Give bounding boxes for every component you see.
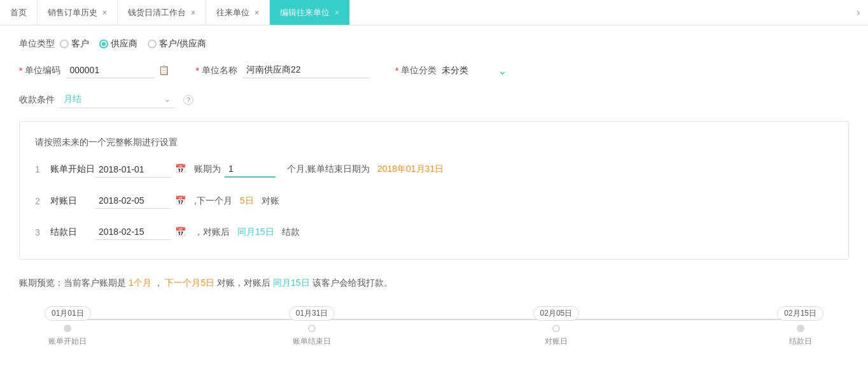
unit-class-select[interactable]: 未分类 ⌄ bbox=[442, 64, 507, 78]
unit-code-star: * bbox=[19, 66, 22, 76]
preview-text: 账期预览：当前客户账期是 1个月 ， 下一个月5日 对账，对账后 同月15日 该… bbox=[19, 275, 849, 291]
timeline-node-3: 02月15日结款日 bbox=[777, 306, 823, 347]
period-card: 请按照未来的一个完整帐期进行设置 1 账单开始日 📅 账期为 个月,账单结束日期… bbox=[19, 121, 849, 260]
tab-close-partner[interactable]: × bbox=[255, 8, 259, 17]
radio-circle-supplier bbox=[99, 39, 108, 48]
unit-name-item: * 单位名称 bbox=[195, 62, 369, 78]
radio-both[interactable]: 客户/供应商 bbox=[148, 38, 206, 50]
unit-class-star: * bbox=[395, 66, 398, 76]
node-circle-0 bbox=[64, 325, 71, 332]
node-sub-label-1: 账单结束日 bbox=[293, 336, 331, 347]
node-badge-3: 02月15日 bbox=[777, 306, 823, 321]
period-suffix-3a: ，对账后 bbox=[194, 227, 230, 238]
period-end-date: 2018年01月31日 bbox=[377, 164, 444, 175]
unit-class-label: 单位分类 bbox=[401, 65, 437, 76]
node-circle-2 bbox=[552, 325, 560, 332]
preview-sep2: 对账，对账后 bbox=[217, 278, 270, 288]
period-card-title: 请按照未来的一个完整帐期进行设置 bbox=[35, 137, 833, 148]
unit-type-row: 单位类型 客户供应商客户/供应商 bbox=[19, 38, 849, 50]
unit-code-label: 单位编码 bbox=[25, 65, 60, 76]
unit-type-radio-group: 客户供应商客户/供应商 bbox=[60, 38, 206, 50]
preview-label: 账期预览：当前客户账期是 bbox=[19, 278, 126, 288]
tab-bar: 首页销售订单历史×钱货日清工作台×往来单位×编辑往来单位× › bbox=[0, 0, 868, 25]
tab-home[interactable]: 首页 bbox=[0, 0, 38, 25]
unit-code-input[interactable] bbox=[66, 62, 155, 78]
help-icon[interactable]: ? bbox=[183, 95, 193, 105]
calendar-icon-3[interactable]: 📅 bbox=[175, 227, 186, 238]
radio-label-customer: 客户 bbox=[71, 38, 89, 50]
tab-close-cash-daily[interactable]: × bbox=[191, 8, 195, 17]
radio-circle-both bbox=[148, 39, 157, 48]
period-suffix-3b: 同月15日 bbox=[237, 227, 274, 238]
payment-cond-label: 收款条件 bbox=[19, 94, 55, 106]
payment-cond-select[interactable]: 月结 ⌄ bbox=[60, 91, 174, 108]
period-suffix-3c: 结款 bbox=[282, 227, 300, 238]
timeline-node-2: 02月05日对账日 bbox=[533, 306, 580, 347]
unit-class-value: 未分类 bbox=[442, 65, 493, 76]
preview-suffix: 该客户会给我打款。 bbox=[312, 278, 393, 288]
node-badge-1: 01月31日 bbox=[289, 306, 335, 321]
radio-label-supplier: 供应商 bbox=[111, 38, 137, 50]
unit-name-label: 单位名称 bbox=[202, 65, 237, 76]
period-date-input-2[interactable] bbox=[95, 193, 171, 209]
tab-sales-history[interactable]: 销售订单历史× bbox=[38, 0, 118, 25]
unit-code-copy-icon[interactable]: 📋 bbox=[158, 65, 170, 76]
unit-name-star: * bbox=[195, 66, 199, 76]
node-circle-1 bbox=[308, 325, 316, 332]
unit-class-item: * 单位分类 未分类 ⌄ bbox=[395, 64, 507, 78]
tab-cash-daily[interactable]: 钱货日清工作台× bbox=[118, 0, 206, 25]
tab-close-sales-history[interactable]: × bbox=[102, 8, 107, 17]
preview-part1: 1个月 bbox=[129, 278, 151, 288]
timeline-nodes: 01月01日账单开始日01月31日账单结束日02月05日对账日02月15日结款日 bbox=[45, 306, 823, 347]
period-suffix-2b: 5日 bbox=[240, 195, 254, 207]
node-circle-3 bbox=[797, 325, 804, 332]
period-row-3: 3 结款日 📅 ，对账后 同月15日 结款 bbox=[35, 224, 833, 240]
preview-sep1: ， bbox=[154, 278, 163, 288]
period-suffix-2c: 对账 bbox=[262, 195, 279, 207]
unit-type-label: 单位类型 bbox=[19, 38, 55, 50]
tab-close-edit-partner[interactable]: × bbox=[335, 8, 339, 17]
period-date-input-3[interactable] bbox=[95, 224, 171, 240]
period-label-3: 结款日 bbox=[50, 227, 95, 238]
unit-info-row: * 单位编码 📋 * 单位名称 * 单位分类 未分类 ⌄ bbox=[19, 62, 849, 78]
tab-edit-partner[interactable]: 编辑往来单位× bbox=[270, 0, 350, 25]
unit-name-input[interactable] bbox=[242, 62, 370, 78]
period-suffix-1b: 个月,账单结束日期为 bbox=[287, 164, 370, 175]
unit-class-dropdown-icon: ⌄ bbox=[498, 64, 507, 78]
tab-partner[interactable]: 往来单位× bbox=[206, 0, 270, 25]
unit-code-item: * 单位编码 📋 bbox=[19, 62, 170, 78]
node-badge-0: 01月01日 bbox=[45, 306, 91, 321]
period-row-1: 1 账单开始日 📅 账期为 个月,账单结束日期为 2018年01月31日 bbox=[35, 161, 833, 178]
timeline-node-1: 01月31日账单结束日 bbox=[289, 306, 335, 347]
node-badge-2: 02月05日 bbox=[533, 306, 580, 321]
radio-supplier[interactable]: 供应商 bbox=[99, 38, 137, 50]
period-suffix-1a: 账期为 bbox=[194, 164, 221, 175]
preview-part2: 下一个月5日 bbox=[165, 278, 214, 288]
preview-section: 账期预览：当前客户账期是 1个月 ， 下一个月5日 对账，对账后 同月15日 该… bbox=[19, 275, 849, 347]
period-date-input-1[interactable] bbox=[95, 162, 171, 178]
period-period-num-input[interactable] bbox=[225, 161, 276, 178]
timeline: 01月01日账单开始日01月31日账单结束日02月05日对账日02月15日结款日 bbox=[19, 306, 849, 347]
payment-cond-row: 收款条件 月结 ⌄ ? bbox=[19, 91, 849, 108]
period-num-2: 2 bbox=[35, 196, 50, 206]
calendar-icon-1[interactable]: 📅 bbox=[175, 164, 186, 175]
calendar-icon-2[interactable]: 📅 bbox=[175, 195, 186, 207]
unit-type-item: 单位类型 客户供应商客户/供应商 bbox=[19, 38, 206, 50]
period-label-2: 对账日 bbox=[50, 195, 95, 207]
period-num-1: 1 bbox=[35, 164, 50, 174]
period-row-2: 2 对账日 📅 ,下一个月 5日 对账 bbox=[35, 193, 833, 209]
node-sub-label-3: 结款日 bbox=[789, 336, 812, 347]
timeline-line bbox=[57, 319, 811, 320]
radio-customer[interactable]: 客户 bbox=[60, 38, 89, 50]
period-label-1: 账单开始日 bbox=[50, 164, 95, 175]
period-suffix-2a: ,下一个月 bbox=[194, 195, 232, 207]
main-content: 单位类型 客户供应商客户/供应商 * 单位编码 📋 * 单位名称 * 单位分类 … bbox=[0, 25, 868, 387]
tab-more-button[interactable]: › bbox=[849, 7, 868, 18]
timeline-node-0: 01月01日账单开始日 bbox=[45, 306, 91, 347]
radio-label-both: 客户/供应商 bbox=[159, 38, 206, 50]
radio-circle-customer bbox=[60, 39, 69, 48]
node-sub-label-0: 账单开始日 bbox=[48, 336, 87, 347]
payment-cond-value: 月结 bbox=[64, 94, 164, 105]
node-sub-label-2: 对账日 bbox=[545, 336, 568, 347]
payment-cond-arrow-icon: ⌄ bbox=[164, 95, 171, 104]
